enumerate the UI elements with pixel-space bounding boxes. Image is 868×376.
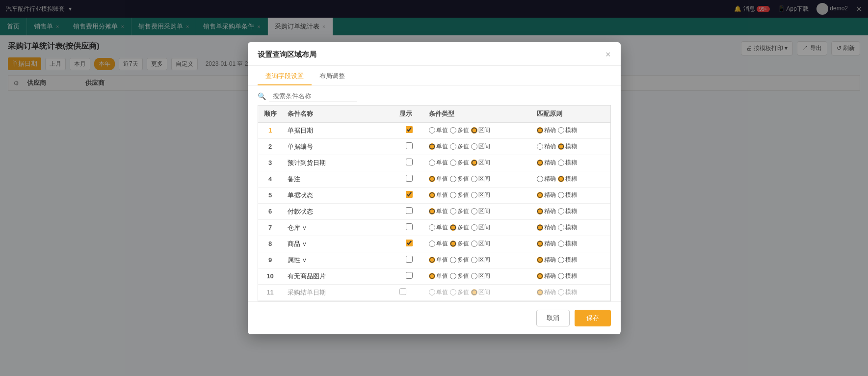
tab-layout-adjust[interactable]: 布局调整 (312, 68, 353, 85)
settings-dialog: 设置查询区域布局 × 查询字段设置 布局调整 🔍 顺序 条件名称 (248, 42, 621, 97)
dialog-title: 设置查询区域布局 (258, 50, 316, 59)
dialog-tabs: 查询字段设置 布局调整 (248, 68, 621, 85)
search-icon: 🔍 (258, 92, 266, 97)
tab-query-fields[interactable]: 查询字段设置 (258, 68, 312, 85)
search-input[interactable] (269, 90, 357, 97)
dialog-header: 设置查询区域布局 × (248, 42, 621, 66)
modal-overlay: 设置查询区域布局 × 查询字段设置 布局调整 🔍 顺序 条件名称 (0, 0, 868, 97)
dialog-close-button[interactable]: × (605, 50, 611, 59)
dialog-search-area: 🔍 (248, 85, 621, 97)
